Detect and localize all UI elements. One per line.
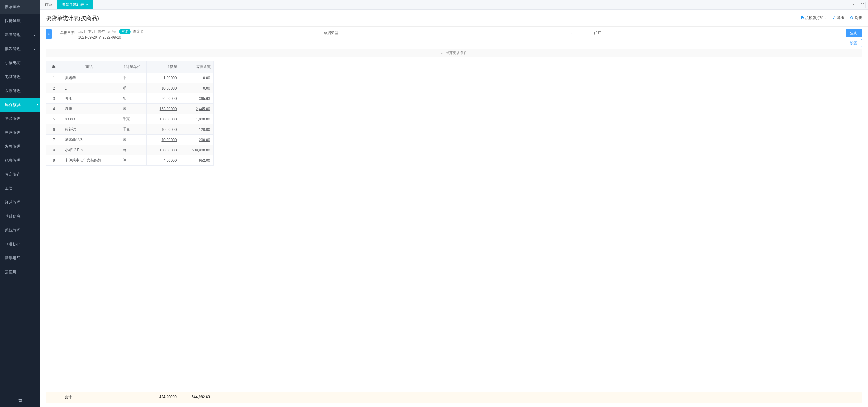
cell-qty[interactable]: 100.00000 (147, 145, 180, 155)
cell-idx: 6 (46, 124, 62, 135)
table-settings-header[interactable] (46, 61, 62, 73)
sidebar-item-label: 小畅电商 (5, 60, 21, 65)
expand-more-button[interactable]: ⌄ 展开更多条件 (46, 49, 862, 57)
cell-amount[interactable]: 1,000.00 (180, 114, 213, 124)
settings-button[interactable]: 设置 (845, 39, 862, 47)
tab-home[interactable]: 首页 (40, 0, 57, 9)
sidebar-item-label: 经营管理 (5, 200, 21, 205)
cell-amount[interactable]: 952.00 (180, 155, 213, 166)
sidebar-item-9[interactable]: 总账管理 (0, 126, 40, 140)
th-unit[interactable]: 主计量单位 (116, 61, 147, 73)
sidebar-item-11[interactable]: 税务管理 (0, 153, 40, 168)
cell-amount[interactable]: 120.00 (180, 124, 213, 135)
cell-idx: 4 (46, 104, 62, 114)
cell-amount[interactable]: 2,445.00 (180, 104, 213, 114)
sidebar-item-2[interactable]: 零售管理▾ (0, 28, 40, 42)
date-shortcut-1[interactable]: 本月 (88, 29, 95, 34)
result-table: 商品 主计量单位 主数量 零售金额 1奥诺翠个1.000000.0021米10.… (46, 61, 862, 392)
sidebar-item-4[interactable]: 小畅电商 (0, 56, 40, 70)
cell-qty[interactable]: 26.00000 (147, 93, 180, 104)
cell-amount[interactable]: 365.63 (180, 93, 213, 104)
cell-amount[interactable]: 200.00 (180, 135, 213, 145)
sidebar-item-label: 发票管理 (5, 144, 21, 149)
query-button[interactable]: 查询 (845, 29, 862, 37)
th-product[interactable]: 商品 (62, 61, 116, 73)
sidebar-item-8[interactable]: 资金管理 (0, 112, 40, 126)
sidebar-item-3[interactable]: 批发管理▾ (0, 42, 40, 56)
sidebar-item-label: 搜索菜单 (5, 4, 21, 10)
sidebar-item-10[interactable]: 发票管理 (0, 140, 40, 153)
table-row: 500000千克100.000001,000.00 (46, 114, 213, 124)
sidebar-item-0[interactable]: 搜索菜单 (0, 0, 40, 14)
total-amt: 544,982.63 (180, 392, 213, 403)
sidebar-item-label: 税务管理 (5, 158, 21, 163)
close-all-button[interactable]: ✕ (850, 2, 857, 8)
date-shortcut-0[interactable]: 上月 (78, 29, 86, 34)
sidebar-item-17[interactable]: 企业协同 (0, 237, 40, 251)
tabbar: 首页 要货单统计表 ✕ ✕ ⛶ (40, 0, 868, 10)
date-shortcut-2[interactable]: 去年 (98, 29, 105, 34)
cell-idx: 8 (46, 145, 62, 155)
sidebar-item-label: 批发管理 (5, 46, 21, 52)
cell-qty[interactable]: 100.00000 (147, 114, 180, 124)
refresh-button[interactable]: 刷新 (850, 16, 862, 21)
sidebar-item-label: 采购管理 (5, 88, 21, 93)
refresh-icon (850, 16, 854, 20)
cell-product: 小米12 Pro (62, 145, 116, 155)
cell-qty[interactable]: 10.00000 (147, 124, 180, 135)
double-chevron-down-icon: ⌄ (441, 51, 443, 55)
sidebar-item-label: 电商管理 (5, 74, 21, 80)
sidebar-item-6[interactable]: 采购管理 (0, 84, 40, 98)
close-icon[interactable]: ✕ (86, 3, 88, 6)
cell-qty[interactable]: 10.00000 (147, 83, 180, 93)
cell-qty[interactable]: 163.00000 (147, 104, 180, 114)
date-shortcut-custom[interactable]: 自定义 (133, 29, 144, 34)
sidebar-item-label: 工资 (5, 186, 13, 191)
export-button[interactable]: 导出 (832, 16, 844, 21)
table-row: 9卡伊莱中老年女装妈妈...件4.00000952.00 (46, 155, 213, 166)
cell-amount[interactable]: 539,900.00 (180, 145, 213, 155)
cell-product: 测试商品名 (62, 135, 116, 145)
sidebar-item-5[interactable]: 电商管理 (0, 70, 40, 84)
date-shortcut-more[interactable]: 更多 (119, 29, 131, 34)
date-shortcut-3[interactable]: 近7天 (107, 29, 117, 34)
cell-unit: 米 (116, 135, 147, 145)
sidebar-item-19[interactable]: 云应用 (0, 265, 40, 279)
sidebar-item-1[interactable]: 快捷导航 (0, 14, 40, 28)
sidebar-item-18[interactable]: 新手引导 (0, 251, 40, 265)
sidebar-item-label: 系统管理 (5, 228, 21, 233)
cell-qty[interactable]: 10.00000 (147, 135, 180, 145)
sidebar-item-7[interactable]: 库存核算 (0, 98, 40, 112)
print-button[interactable]: 按模版打印 ▾ (800, 16, 827, 21)
sidebar-item-15[interactable]: 基础信息 (0, 209, 40, 223)
th-amount[interactable]: 零售金额 (180, 61, 213, 73)
doc-type-select[interactable]: ⌄ (342, 29, 572, 36)
table-row: 7测试商品名米10.00000200.00 (46, 135, 213, 145)
total-label: 合计 (62, 392, 116, 403)
cell-amount[interactable]: 0.00 (180, 73, 213, 83)
cell-idx: 3 (46, 93, 62, 104)
sidebar-item-14[interactable]: 经营管理 (0, 196, 40, 209)
cell-idx: 2 (46, 83, 62, 93)
fullscreen-button[interactable]: ⛶ (859, 2, 866, 8)
sidebar-item-label: 快捷导航 (5, 18, 21, 24)
sidebar-item-12[interactable]: 固定资产 (0, 168, 40, 181)
cell-qty[interactable]: 4.00000 (147, 155, 180, 166)
store-select[interactable]: ··· (605, 29, 836, 36)
page-title: 要货单统计表(按商品) (46, 14, 99, 22)
sidebar-item-13[interactable]: 工资 (0, 181, 40, 196)
tab-home-label: 首页 (45, 2, 52, 7)
cell-amount[interactable]: 0.00 (180, 83, 213, 93)
sidebar-item-label: 企业协同 (5, 241, 21, 247)
cell-unit: 千克 (116, 124, 147, 135)
tab-current[interactable]: 要货单统计表 ✕ (57, 0, 93, 9)
sidebar-item-16[interactable]: 系统管理 (0, 223, 40, 237)
collapse-filter-button[interactable]: » (46, 29, 52, 39)
cell-qty[interactable]: 1.00000 (147, 73, 180, 83)
cell-unit: 米 (116, 104, 147, 114)
th-qty[interactable]: 主数量 (147, 61, 180, 73)
sidebar-settings[interactable] (0, 395, 40, 407)
sidebar: 搜索菜单快捷导航零售管理▾批发管理▾小畅电商电商管理采购管理库存核算资金管理总账… (0, 0, 40, 407)
cell-unit: 个 (116, 73, 147, 83)
filter-doc-type-label: 单据类型 (321, 29, 338, 35)
